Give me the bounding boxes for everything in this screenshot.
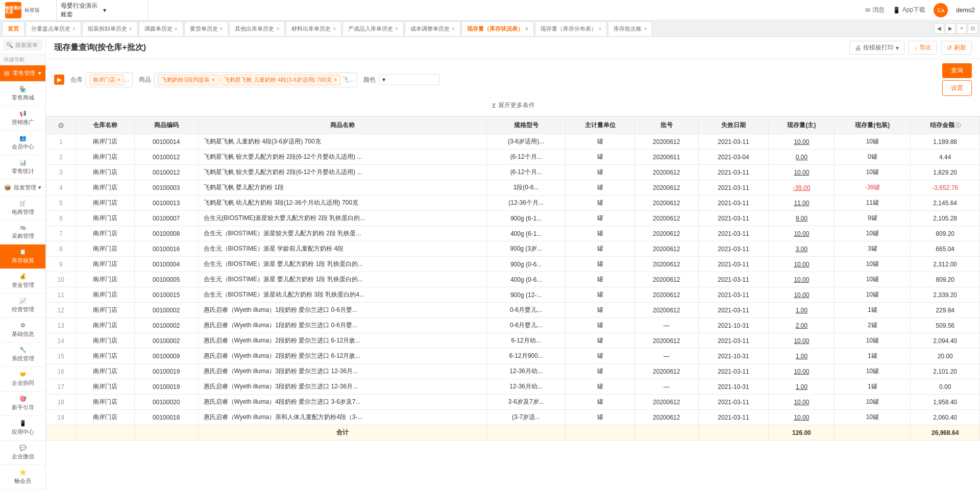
message-btn[interactable]: ✉ 消息	[865, 6, 885, 14]
tab-prev-btn[interactable]: ◀	[934, 23, 944, 34]
product-input[interactable]: 飞鹤奶粉3段丙提装 × 飞鹤星飞帆 儿童奶粉 4段(3-6岁适用) 700克 ×…	[154, 72, 357, 87]
tab-fullscreen-btn[interactable]: ⊡	[968, 23, 978, 34]
cell-warehouse: 南岸门店	[76, 180, 135, 195]
tab-close-other-out[interactable]: ×	[276, 26, 279, 32]
mobile-icon: 📱	[893, 7, 900, 14]
cell-qty-main[interactable]: 10.00	[769, 257, 835, 272]
tab-requisition[interactable]: 要货单历史 ×	[184, 21, 229, 36]
user-avatar[interactable]: Ea	[934, 3, 948, 17]
cell-qty-main[interactable]: 10.00	[769, 134, 835, 150]
cell-qty-main[interactable]: 2.00	[769, 318, 835, 333]
cell-expire: 2021-03-11	[698, 333, 769, 349]
product-tag-2-close[interactable]: ×	[334, 77, 337, 83]
tab-close-product-in[interactable]: ×	[395, 26, 398, 32]
sidebar-item-wechat[interactable]: 💬 企业微信	[0, 440, 45, 465]
cell-qty-main[interactable]: 10.00	[769, 165, 835, 180]
cell-qty-main[interactable]: 10.00	[769, 287, 835, 303]
sidebar-search-area[interactable]: 🔍 搜索菜单	[0, 37, 45, 54]
tab-close-split[interactable]: ×	[72, 26, 76, 32]
tab-product-in[interactable]: 产成品入库单历史 ×	[342, 21, 404, 36]
account-selector[interactable]: 母婴行业演示账套 ▾	[56, 0, 148, 21]
sidebar-item-member[interactable]: 👥 会员中心	[0, 131, 45, 155]
sidebar-item-ecommerce[interactable]: 🛒 电商管理	[0, 196, 45, 220]
tab-close-current-status[interactable]: ×	[525, 26, 528, 32]
tab-close-current-dist[interactable]: ×	[599, 26, 602, 32]
cell-qty-main[interactable]: 10.00	[769, 364, 835, 379]
cell-qty-main[interactable]: 10.00	[769, 226, 835, 241]
product-tag-1-close[interactable]: ×	[212, 77, 215, 83]
sidebar-item-retail-mgmt[interactable]: ▤ 零售管理 ▾	[0, 65, 45, 82]
sidebar-item-basic[interactable]: ⚙ 基础信息	[0, 318, 45, 342]
sidebar-item-system[interactable]: 🔧 系统管理	[0, 342, 45, 367]
sidebar-item-inventory[interactable]: 📋 库存核算	[0, 244, 45, 269]
tab-batch-ledger[interactable]: 库存批次账 ×	[608, 21, 652, 36]
sidebar-item-wholesale[interactable]: 📦 批发管理 ▾	[0, 180, 45, 196]
sidebar-item-retail-stats[interactable]: 📊 零售统计	[0, 155, 45, 180]
cell-code: 00100009	[135, 349, 199, 364]
row-number: 2	[46, 150, 76, 165]
tab-material-out[interactable]: 材料出库单历史 ×	[286, 21, 341, 36]
query-btn[interactable]: 查询	[942, 63, 972, 78]
sidebar-search-placeholder: 搜索菜单	[15, 41, 38, 49]
cell-balance: 20.00	[911, 349, 980, 364]
tab-allocate[interactable]: 调拨单历史 ×	[139, 21, 183, 36]
tab-close-requisition[interactable]: ×	[220, 26, 223, 32]
tab-disassemble[interactable]: 组装拆卸单历史 ×	[82, 21, 138, 36]
cell-expire: 2021-03-04	[698, 150, 769, 165]
tab-split-history[interactable]: 分量盘点单历史 ×	[26, 21, 81, 36]
warehouse-more[interactable]: ...	[124, 76, 129, 83]
cell-qty-main[interactable]: 0.00	[769, 150, 835, 165]
app-download-btn[interactable]: 📱 App下载	[893, 6, 925, 14]
print-btn[interactable]: 🖨 按模板打印 ▾	[849, 41, 904, 55]
cell-qty-main[interactable]: 1.00	[769, 349, 835, 364]
sidebar-item-marketing[interactable]: 📢 营销推广	[0, 106, 45, 131]
cell-qty-main[interactable]: 9.00	[769, 211, 835, 226]
expand-conditions-btn[interactable]: ⊻ 展开更多条件	[485, 99, 541, 112]
sidebar-search-box[interactable]: 🔍 搜索菜单	[3, 40, 42, 51]
cell-qty-main[interactable]: 3.00	[769, 241, 835, 257]
balance-info-icon[interactable]: ⓘ	[955, 122, 961, 128]
tab-close-btn[interactable]: ×	[957, 23, 967, 34]
product-more[interactable]: 飞...	[342, 76, 354, 84]
cell-qty-main[interactable]: 10.00	[769, 410, 835, 425]
color-input[interactable]: ▾	[379, 74, 440, 85]
cell-qty-main[interactable]: 1.00	[769, 303, 835, 318]
summary-cell-6	[635, 425, 699, 440]
column-settings-icon[interactable]: ⚙	[58, 121, 64, 130]
sidebar-item-retail-shop[interactable]: 🏪 零售商城	[0, 82, 45, 106]
cell-qty-main[interactable]: 10.00	[769, 272, 835, 287]
tab-close-cost-adjust[interactable]: ×	[452, 26, 455, 32]
col-settings[interactable]: ⚙	[46, 117, 76, 134]
cell-qty-main[interactable]: 1.00	[769, 379, 835, 395]
data-table-container[interactable]: ⚙ 仓库名称 商品编码 商品名称 规格型号 主计量单位 批号 失效日期 现存量(…	[46, 116, 980, 490]
filter-expand-arrow[interactable]: ▶	[54, 75, 64, 85]
tab-other-out[interactable]: 其他出库单历史 ×	[229, 21, 285, 36]
cell-qty-main[interactable]: 11.00	[769, 195, 835, 211]
warehouse-input[interactable]: 南岸门店 × ...	[86, 72, 133, 87]
settings-btn[interactable]: 设置	[942, 80, 972, 96]
warehouse-tag-close[interactable]: ×	[117, 77, 120, 83]
cell-batch: 20200612	[635, 241, 699, 257]
tab-cost-adjust[interactable]: 成本调整单历史 ×	[405, 21, 460, 36]
tab-next-btn[interactable]: ▶	[945, 23, 955, 34]
sidebar-item-vip[interactable]: ⭐ 畅会员	[0, 465, 45, 489]
sidebar-item-guide[interactable]: 🎯 新手引导	[0, 391, 45, 416]
cell-warehouse: 南岸门店	[76, 226, 135, 241]
sidebar-item-finance[interactable]: 💰 资金管理	[0, 269, 45, 293]
sidebar-item-purchase[interactable]: 🛍 采购管理	[0, 220, 45, 244]
tab-close-allocate[interactable]: ×	[175, 26, 178, 32]
tab-current-stock-status[interactable]: 现存量（库存状况表） ×	[461, 21, 534, 36]
cell-qty-main[interactable]: 10.00	[769, 395, 835, 410]
tab-close-batch-ledger[interactable]: ×	[644, 26, 647, 32]
export-btn[interactable]: ↓ 导出	[909, 41, 937, 55]
tab-close-disassemble[interactable]: ×	[129, 26, 132, 32]
sidebar-item-business[interactable]: 📈 经营管理	[0, 293, 45, 318]
cell-qty-main[interactable]: -39.00	[769, 180, 835, 195]
refresh-btn[interactable]: ↺ 刷新	[941, 41, 972, 55]
tab-close-material-out[interactable]: ×	[333, 26, 336, 32]
sidebar-item-enterprise[interactable]: 🤝 企业协同	[0, 367, 45, 391]
tab-current-stock-dist[interactable]: 现存量（库存分布表） ×	[535, 21, 607, 36]
sidebar-item-app-center[interactable]: 📱 应用中心	[0, 416, 45, 440]
cell-qty-main[interactable]: 10.00	[769, 333, 835, 349]
tab-home[interactable]: 首页	[2, 21, 24, 36]
